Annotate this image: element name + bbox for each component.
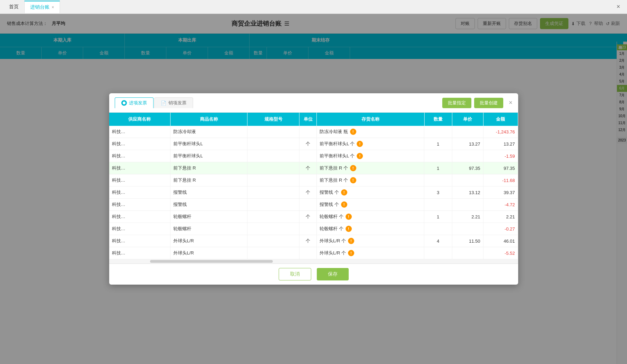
modal-tabs: 进项发票 📄 销项发票 — [115, 97, 193, 108]
warning-icon: ! — [348, 250, 354, 256]
col-header-unit: 单位 — [299, 113, 317, 126]
sales-invoice-icon: 📄 — [161, 101, 166, 106]
tab-sales-invoice[interactable]: 📄 销项发票 — [154, 97, 193, 108]
modal-overlay: 进项发票 📄 销项发票 批量指定 批量创建 × — [0, 14, 627, 364]
table-row: 科技…外球头L/R个外球头L/R 个!411.5046.01 — [109, 235, 518, 247]
cancel-button[interactable]: 取消 — [279, 268, 311, 280]
modal-header: 进项发票 📄 销项发票 批量指定 批量创建 × — [109, 93, 518, 113]
table-row: 科技…报警线个报警线 个!313.1239.37 — [109, 187, 518, 199]
batch-buttons: 批量指定 批量创建 — [442, 98, 503, 108]
modal-dialog: 进项发票 📄 销项发票 批量指定 批量创建 × — [109, 93, 518, 285]
table-row: 科技…报警线报警线 个!-4.72 — [109, 199, 518, 211]
modal-close-button[interactable]: × — [509, 99, 513, 106]
table-row: 科技…前平衡杆球头L个前平衡杆球头L 个!113.2713.27 — [109, 138, 518, 150]
modal-scrollbar-thumb[interactable] — [150, 260, 273, 263]
tab-purchase[interactable]: 进销台账 × — [24, 1, 60, 13]
purchase-invoice-icon — [121, 100, 127, 106]
tab-purchase-invoice[interactable]: 进项发票 — [115, 97, 154, 108]
warning-icon: ! — [350, 129, 356, 135]
main-background: 销售成本计算方法： 月平均 商贸企业进销台账 ☰ 对账 重新开账 存货别名 生成… — [0, 14, 627, 364]
tab-bar: 首页 进销台账 × × — [0, 0, 627, 14]
table-row: 科技…前平衡杆球头L前平衡杆球头L 个!-1.59 — [109, 150, 518, 162]
col-header-price: 单价 — [452, 113, 483, 126]
warning-icon: ! — [348, 238, 354, 244]
table-row: 科技…外球头L/R外球头L/R 个!-5.52 — [109, 247, 518, 259]
tab-home[interactable]: 首页 — [3, 1, 24, 13]
batch-assign-button[interactable]: 批量指定 — [442, 98, 471, 108]
table-row: 科技…前下悬挂 R前下悬挂 R 个!-11.68 — [109, 174, 518, 187]
modal-table: 供应商名称 商品名称 规格型号 单位 存货名称 数量 单价 金额 科技…防冻冷却… — [109, 113, 518, 259]
warning-icon: ! — [346, 214, 352, 220]
warning-icon: ! — [350, 165, 356, 171]
warning-icon: ! — [350, 177, 356, 183]
warning-icon: ! — [357, 141, 363, 147]
col-header-spec: 规格型号 — [247, 113, 299, 126]
warning-icon: ! — [341, 189, 347, 196]
col-header-product: 商品名称 — [171, 113, 247, 126]
tab-close-icon[interactable]: × — [52, 5, 54, 10]
warning-icon: ! — [346, 226, 352, 232]
table-row: 科技…轮毂螺杆轮毂螺杆 个!-0.27 — [109, 223, 518, 235]
table-row: 科技…防冻冷却液防冻冷却液 瓶!-1,243.76 — [109, 126, 518, 138]
warning-icon: ! — [341, 201, 347, 208]
warning-icon: ! — [357, 153, 363, 159]
col-header-inventory: 存货名称 — [317, 113, 424, 126]
col-header-qty: 数量 — [424, 113, 452, 126]
col-header-supplier: 供应商名称 — [109, 113, 171, 126]
batch-create-button[interactable]: 批量创建 — [474, 98, 503, 108]
table-row: 科技…前下悬挂 R个前下悬挂 R 个!197.3597.35 — [109, 162, 518, 174]
save-button[interactable]: 保存 — [317, 268, 349, 280]
modal-footer: 取消 保存 — [109, 263, 518, 285]
table-row: 科技…轮毂螺杆个轮毂螺杆 个!12.212.21 — [109, 211, 518, 223]
svg-point-0 — [123, 102, 125, 104]
window-close-btn[interactable]: × — [613, 2, 624, 12]
col-header-amount: 金额 — [483, 113, 518, 126]
modal-table-wrap: 供应商名称 商品名称 规格型号 单位 存货名称 数量 单价 金额 科技…防冻冷却… — [109, 113, 518, 259]
modal-scrollbar[interactable] — [109, 259, 518, 263]
